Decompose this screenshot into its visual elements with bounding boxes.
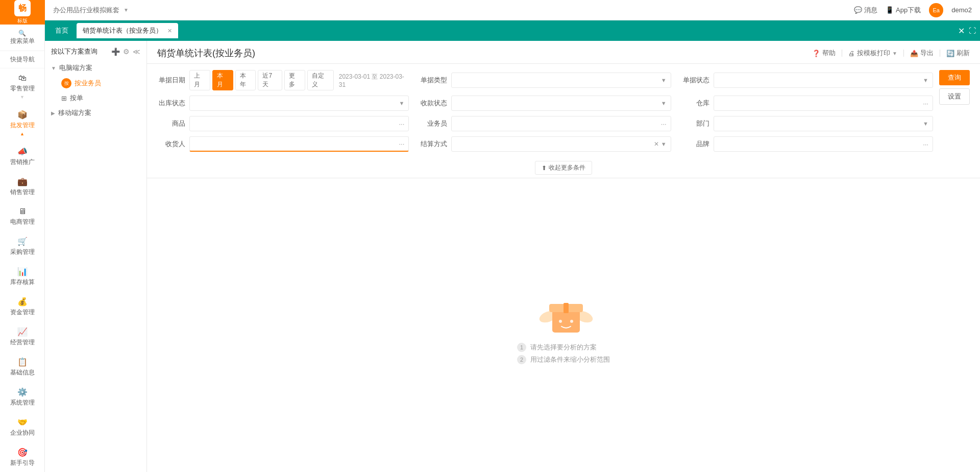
date-tab-last7days[interactable]: 近7天 bbox=[258, 70, 282, 90]
filter-date: 单据日期 上月 本月 本年 近7天 更多 自定义 bbox=[157, 70, 409, 90]
sidebar-item-marketing[interactable]: 📣 营销推广 bbox=[0, 141, 44, 172]
sidebar-item-purchase[interactable]: 🛒 采购管理 bbox=[0, 231, 44, 262]
tree-mobile-label: 移动端方案 bbox=[58, 108, 91, 117]
tab-close-window-icon[interactable]: ✕ bbox=[958, 26, 965, 36]
download-icon: 📱 bbox=[886, 6, 894, 14]
print-dropdown-icon[interactable]: ▼ bbox=[892, 51, 897, 56]
date-tab-more[interactable]: 更多 bbox=[284, 70, 305, 90]
filter-warehouse: 仓库 ··· bbox=[681, 96, 933, 111]
filter-wrapper: 单据日期 上月 本月 本年 近7天 更多 自定义 bbox=[147, 64, 980, 178]
filter-settle: 结算方式 ✕ ▼ bbox=[419, 136, 671, 152]
settle-control[interactable]: ✕ ▼ bbox=[451, 136, 671, 152]
doc-status-control[interactable]: ▼ bbox=[714, 73, 933, 88]
refresh-btn[interactable]: 🔄 刷新 bbox=[946, 49, 970, 58]
filter-row-2: 出库状态 ▼ 收款状态 bbox=[157, 96, 933, 111]
dept-control[interactable]: ▼ bbox=[714, 116, 933, 131]
industry-dropdown-icon[interactable]: ▼ bbox=[124, 7, 129, 13]
tab-sales-stat[interactable]: 销货单统计表（按业务员） ✕ bbox=[77, 23, 178, 38]
tabbar: 首页 销货单统计表（按业务员） ✕ ✕ ⛶ bbox=[45, 20, 980, 41]
hint-num-1: 1 bbox=[517, 343, 526, 352]
sidebar-item-wholesale[interactable]: 📦 批发管理 ▲ bbox=[0, 105, 44, 141]
page-header: 销货单统计表(按业务员) ❓ 帮助 🖨 按模板打印 ▼ 📤 bbox=[147, 41, 980, 64]
settings-btn[interactable]: 设置 bbox=[939, 88, 970, 105]
refresh-icon: 🔄 bbox=[946, 50, 954, 57]
action-divider-1 bbox=[842, 50, 842, 57]
out-status-label: 出库状态 bbox=[157, 99, 185, 108]
filter-doc-status: 单据状态 ▼ bbox=[681, 73, 933, 88]
collapse-row: ⬆ 收起更多条件 bbox=[147, 158, 980, 178]
collect-status-arrow-icon: ▼ bbox=[661, 100, 667, 106]
sidebar-quick-nav[interactable]: 快捷导航 bbox=[0, 51, 44, 68]
goods-control[interactable]: ··· bbox=[189, 116, 409, 131]
query-btn[interactable]: 查询 bbox=[939, 70, 970, 85]
sidebar-item-corp[interactable]: 🤝 企业协同 bbox=[0, 412, 44, 442]
tab-home[interactable]: 首页 bbox=[49, 23, 75, 38]
left-panel-header: 按以下方案查询 ➕ ⚙ ≪ bbox=[45, 47, 146, 60]
add-scheme-icon[interactable]: ➕ bbox=[111, 48, 120, 56]
warehouse-dots-icon: ··· bbox=[923, 100, 928, 107]
sidebar-item-newbie[interactable]: 🎯 新手引导 bbox=[0, 442, 44, 472]
doc-type-control[interactable]: ▼ bbox=[451, 73, 671, 88]
topbar: 办公用品行业模拟账套 ▼ 💬 消息 📱 App下载 Ea demo2 bbox=[45, 0, 980, 20]
collect-status-control[interactable]: ▼ bbox=[451, 96, 671, 111]
tab-close-icon[interactable]: ✕ bbox=[167, 28, 172, 34]
out-status-arrow-icon: ▼ bbox=[399, 100, 404, 106]
settle-label: 结算方式 bbox=[419, 139, 447, 149]
industry-label: 办公用品行业模拟账套 bbox=[53, 6, 119, 15]
salesperson-control[interactable]: ··· bbox=[451, 116, 671, 131]
sidebar-item-finance[interactable]: 💰 资金管理 bbox=[0, 292, 44, 322]
svg-point-5 bbox=[559, 320, 562, 323]
svg-rect-4 bbox=[564, 303, 569, 313]
settle-clear-icon[interactable]: ✕ bbox=[654, 140, 659, 148]
date-tab-last-month[interactable]: 上月 bbox=[189, 70, 210, 90]
right-panel: 销货单统计表(按业务员) ❓ 帮助 🖨 按模板打印 ▼ 📤 bbox=[147, 41, 980, 472]
receiver-control[interactable]: ··· bbox=[189, 136, 409, 152]
date-tab-this-year[interactable]: 本年 bbox=[235, 70, 256, 90]
page-title: 销货单统计表(按业务员) bbox=[157, 47, 255, 59]
warehouse-control[interactable]: ··· bbox=[714, 96, 933, 111]
user-avatar[interactable]: Ea bbox=[929, 3, 943, 17]
tab-maximize-icon[interactable]: ⛶ bbox=[969, 27, 976, 35]
print-btn[interactable]: 🖨 按模板打印 ▼ bbox=[848, 49, 897, 58]
sidebar-item-sales[interactable]: 💼 销售管理 bbox=[0, 172, 44, 202]
date-label: 单据日期 bbox=[157, 76, 185, 85]
empty-hint-2: 2 用过滤条件来缩小分析范围 bbox=[517, 355, 610, 364]
sidebar-item-system[interactable]: ⚙️ 系统管理 bbox=[0, 382, 44, 412]
date-tab-this-month[interactable]: 本月 bbox=[212, 70, 233, 90]
user-name: demo2 bbox=[951, 6, 972, 14]
doc-status-label: 单据状态 bbox=[681, 76, 709, 85]
export-btn[interactable]: 📤 导出 bbox=[910, 49, 934, 58]
brand-control[interactable]: ··· bbox=[714, 136, 933, 152]
sidebar-item-basic[interactable]: 📋 基础信息 bbox=[0, 352, 44, 382]
sidebar-item-ecom[interactable]: 🖥 电商管理 bbox=[0, 202, 44, 231]
filter-row-3: 商品 ··· 业务员 bbox=[157, 116, 933, 131]
tree-item-by-order[interactable]: ⊞ 按单 bbox=[55, 91, 146, 105]
dept-arrow-icon: ▼ bbox=[923, 121, 928, 127]
help-icon: ❓ bbox=[812, 50, 820, 57]
sidebar-logo[interactable]: 畅 标版 bbox=[0, 0, 45, 25]
empty-hint-1: 1 请先选择要分析的方案 bbox=[517, 343, 610, 352]
sidebar-item-operation[interactable]: 📈 经营管理 bbox=[0, 322, 44, 352]
app-download-btn[interactable]: 📱 App下载 bbox=[886, 6, 921, 15]
sidebar-item-inventory[interactable]: 📊 库存核算 bbox=[0, 262, 44, 292]
logo-text: 标版 bbox=[17, 17, 28, 25]
collapse-btn[interactable]: ⬆ 收起更多条件 bbox=[535, 161, 592, 175]
date-tab-custom[interactable]: 自定义 bbox=[307, 70, 334, 90]
collapse-panel-icon[interactable]: ≪ bbox=[133, 48, 140, 56]
goods-label: 商品 bbox=[157, 119, 185, 128]
message-btn[interactable]: 💬 消息 bbox=[854, 6, 877, 15]
settings-scheme-icon[interactable]: ⚙ bbox=[123, 48, 130, 56]
tree-desktop-scheme[interactable]: ▼ 电脑端方案 bbox=[45, 60, 146, 76]
left-panel-title: 按以下方案查询 bbox=[51, 47, 97, 56]
tab-sales-stat-label: 销货单统计表（按业务员） bbox=[83, 26, 162, 35]
tree-item-by-salesperson[interactable]: 按 按业务员 bbox=[55, 76, 146, 91]
help-btn[interactable]: ❓ 帮助 bbox=[812, 49, 836, 58]
salesperson-scheme-icon: 按 bbox=[61, 78, 71, 88]
tree-mobile-scheme[interactable]: ▶ 移动端方案 bbox=[45, 105, 146, 121]
left-panel: 按以下方案查询 ➕ ⚙ ≪ ▼ 电脑端方案 按 按业务员 ⊞ 按单 bbox=[45, 41, 147, 472]
sidebar-search[interactable]: 🔍 搜索菜单 bbox=[0, 25, 44, 51]
out-status-control[interactable]: ▼ bbox=[189, 96, 409, 111]
sidebar-item-retail[interactable]: 🛍 零售管理 ▼ bbox=[0, 68, 44, 105]
date-range: 2023-03-01 至 2023-03-31 bbox=[339, 73, 409, 88]
hint-num-2: 2 bbox=[517, 355, 526, 364]
